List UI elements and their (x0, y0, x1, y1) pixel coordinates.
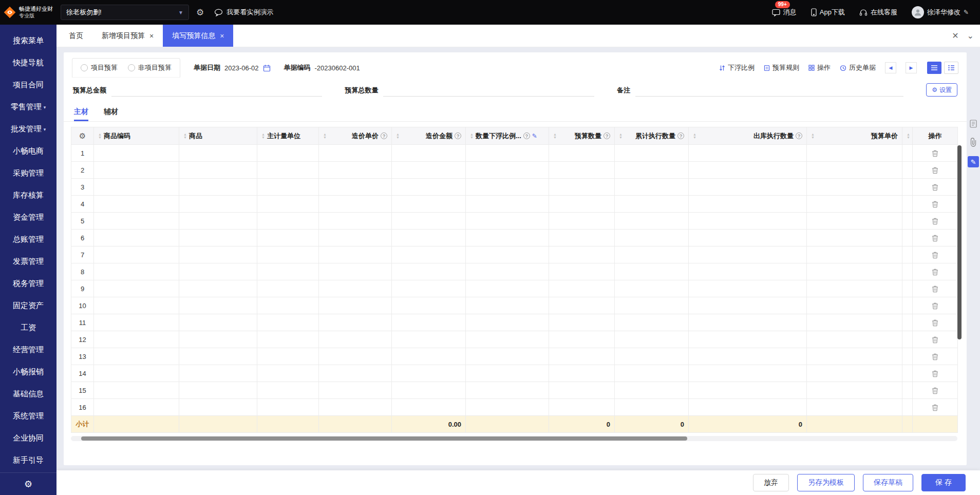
cell-unit[interactable] (257, 162, 319, 179)
cell-unit[interactable] (257, 280, 319, 297)
cell-out_qty[interactable] (689, 331, 807, 348)
cell-cost_price[interactable] (319, 162, 392, 179)
cell-cost_price[interactable] (319, 179, 392, 196)
cell-code[interactable] (94, 382, 179, 399)
vertical-scrollbar[interactable] (957, 145, 962, 339)
footer-button[interactable]: 放弃 (753, 474, 789, 491)
column-header-code[interactable]: ▲▼商品编码 (94, 127, 179, 145)
column-settings-header[interactable]: ⚙ (71, 127, 94, 145)
cell-code[interactable] (94, 280, 179, 297)
cell-spacer[interactable] (902, 365, 913, 382)
cell-cost_price[interactable] (319, 263, 392, 280)
cell-budget_qty[interactable] (549, 263, 615, 280)
help-icon[interactable]: ? (381, 132, 387, 139)
cell-budget_price[interactable] (807, 297, 902, 314)
column-settings-icon[interactable]: ⚙ (79, 131, 86, 141)
cell-out_qty[interactable] (689, 246, 807, 263)
cell-unit[interactable] (257, 196, 319, 213)
cell-budget_qty[interactable] (549, 382, 615, 399)
cell-budget_price[interactable] (807, 314, 902, 331)
cell-float_ratio[interactable] (466, 263, 549, 280)
help-icon[interactable]: ? (796, 132, 802, 139)
cell-out_qty[interactable] (689, 382, 807, 399)
panel-doc-icon[interactable] (969, 119, 978, 128)
cell-cost_price[interactable] (319, 348, 392, 365)
cell-spacer[interactable] (902, 348, 913, 365)
detail-view-button[interactable] (944, 62, 958, 74)
delete-row-icon[interactable] (932, 201, 938, 208)
column-header-spacer[interactable]: ▲▼ (902, 127, 913, 145)
fill-form-tool-icon[interactable]: ✎ (968, 156, 979, 167)
cell-spacer[interactable] (902, 213, 913, 230)
edit-column-icon[interactable]: ✎ (532, 132, 537, 140)
cell-spacer[interactable] (902, 246, 913, 263)
sort-icon[interactable]: ▲▼ (261, 133, 265, 139)
cell-budget_qty[interactable] (549, 297, 615, 314)
cell-float_ratio[interactable] (466, 162, 549, 179)
delete-row-icon[interactable] (932, 404, 938, 411)
cell-code[interactable] (94, 246, 179, 263)
cell-cost_price[interactable] (319, 230, 392, 246)
list-view-button[interactable] (927, 62, 941, 74)
column-header-action[interactable]: 操作 (913, 127, 958, 145)
cell-cost_price[interactable] (319, 399, 392, 416)
close-tab-icon[interactable]: × (220, 32, 224, 40)
cell-float_ratio[interactable] (466, 246, 549, 263)
cell-budget_price[interactable] (807, 382, 902, 399)
column-header-exec_qty[interactable]: ▲▼累计执行数量? (615, 127, 689, 145)
cell-cost_amount[interactable] (392, 246, 466, 263)
footer-button[interactable]: 保存草稿 (863, 474, 913, 491)
cell-float_ratio[interactable] (466, 196, 549, 213)
cell-budget_qty[interactable] (549, 196, 615, 213)
cell-cost_amount[interactable] (392, 399, 466, 416)
sort-icon[interactable]: ▲▼ (323, 133, 327, 139)
cell-cost_amount[interactable] (392, 196, 466, 213)
cell-out_qty[interactable] (689, 314, 807, 331)
cell-cost_amount[interactable] (392, 263, 466, 280)
cell-spacer[interactable] (902, 196, 913, 213)
column-header-float_ratio[interactable]: ▲▼数量下浮比例...?✎ (466, 127, 549, 145)
cell-budget_price[interactable] (807, 145, 902, 162)
cell-code[interactable] (94, 331, 179, 348)
cell-out_qty[interactable] (689, 162, 807, 179)
help-icon[interactable]: ? (604, 132, 610, 139)
cell-unit[interactable] (257, 399, 319, 416)
delete-row-icon[interactable] (932, 353, 938, 360)
cell-cost_amount[interactable] (392, 314, 466, 331)
sidebar-settings-gear-icon[interactable]: ⚙ (0, 472, 56, 495)
delete-row-icon[interactable] (932, 319, 938, 327)
cell-code[interactable] (94, 179, 179, 196)
cell-float_ratio[interactable] (466, 213, 549, 230)
cell-name[interactable] (179, 213, 257, 230)
cell-float_ratio[interactable] (466, 179, 549, 196)
sort-icon[interactable]: ▲▼ (98, 133, 102, 139)
cell-budget_price[interactable] (807, 280, 902, 297)
sidebar-item[interactable]: 资金管理 (0, 206, 56, 229)
cell-name[interactable] (179, 179, 257, 196)
sidebar-item[interactable]: 采购管理 (0, 162, 56, 184)
cell-spacer[interactable] (902, 263, 913, 280)
cell-cost_price[interactable] (319, 297, 392, 314)
cell-exec_qty[interactable] (615, 348, 689, 365)
cell-budget_qty[interactable] (549, 280, 615, 297)
cell-name[interactable] (179, 246, 257, 263)
cell-cost_amount[interactable] (392, 145, 466, 162)
cell-name[interactable] (179, 331, 257, 348)
settings-button[interactable]: ⚙ 设置 (926, 83, 957, 97)
doc-code-value[interactable]: -20230602-001 (315, 64, 360, 72)
cell-exec_qty[interactable] (615, 162, 689, 179)
cell-cost_price[interactable] (319, 331, 392, 348)
cell-budget_price[interactable] (807, 331, 902, 348)
attachment-icon[interactable] (969, 138, 977, 147)
cell-code[interactable] (94, 145, 179, 162)
sidebar-item[interactable]: 企业协同 (0, 427, 56, 449)
topbar-gear-icon[interactable]: ⚙ (196, 7, 204, 18)
cell-spacer[interactable] (902, 314, 913, 331)
cell-cost_amount[interactable] (392, 162, 466, 179)
cell-spacer[interactable] (902, 145, 913, 162)
sidebar-item[interactable]: 库存核算 (0, 184, 56, 206)
cell-name[interactable] (179, 280, 257, 297)
cell-exec_qty[interactable] (615, 263, 689, 280)
cell-float_ratio[interactable] (466, 230, 549, 246)
cell-name[interactable] (179, 297, 257, 314)
